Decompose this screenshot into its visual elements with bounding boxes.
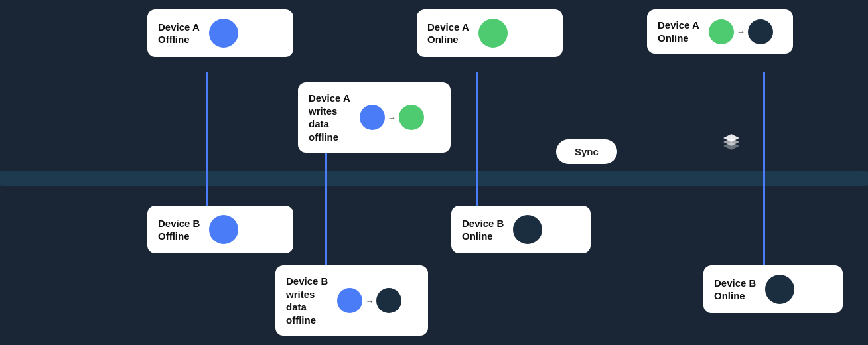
card-device-a-online-2-label: Device A Online xyxy=(658,19,699,44)
sync-pill: Sync xyxy=(556,139,617,164)
card-device-a-writes: Device A writes data offline → xyxy=(298,82,451,153)
dot-blue-a-offline xyxy=(209,19,238,48)
dot-blue-b-writes xyxy=(337,288,362,313)
vline-4 xyxy=(763,72,765,172)
card-device-b-online-2-label: Device B Online xyxy=(714,277,756,303)
card-device-b-online-1-label: Device B Online xyxy=(462,217,504,243)
card-device-a-online-2: Device A Online → xyxy=(647,9,793,54)
dot-green-online1 xyxy=(478,19,508,48)
card-device-a-online-1: Device A Online xyxy=(417,9,563,57)
dot-blue-b-offline xyxy=(209,215,238,244)
card-device-a-online-1-label: Device A Online xyxy=(427,21,469,46)
dot-dark-b-online1 xyxy=(513,215,542,244)
dot-dark-b-writes xyxy=(376,288,401,313)
vline-3 xyxy=(476,72,478,172)
svg-marker-2 xyxy=(723,142,739,150)
card-device-b-writes-label: Device B writes data offline xyxy=(286,275,328,326)
card-device-b-online-1: Device B Online xyxy=(451,206,591,253)
dot-dark-online2 xyxy=(748,19,773,44)
card-device-a-offline-label: Device A Offline xyxy=(158,21,200,46)
sync-label: Sync xyxy=(575,146,599,157)
card-device-a-offline: Device A Offline xyxy=(147,9,293,57)
dot-pair-a-online2: → xyxy=(709,19,773,44)
arrow-online2: → xyxy=(737,27,745,36)
card-device-b-online-2: Device B Online xyxy=(703,265,843,313)
card-device-a-writes-label: Device A writes data offline xyxy=(309,92,350,143)
card-device-b-offline-label: Device B Offline xyxy=(158,217,200,243)
dot-green-online2 xyxy=(709,19,734,44)
card-device-b-writes: Device B writes data offline → xyxy=(275,265,428,336)
vline-1 xyxy=(206,72,208,172)
dot-blue-writes xyxy=(360,105,385,130)
arrow-b-writes: → xyxy=(365,296,374,306)
arrow-writes: → xyxy=(388,113,396,123)
card-device-b-offline: Device B Offline xyxy=(147,206,293,253)
timeline-bar xyxy=(0,171,868,186)
dot-green-writes xyxy=(399,105,424,130)
dot-pair-a-writes: → xyxy=(360,105,424,130)
dot-pair-b-writes: → xyxy=(337,288,401,313)
layers-icon xyxy=(721,131,742,153)
vline-4b xyxy=(763,171,765,281)
dot-dark-b-online2 xyxy=(765,275,794,304)
